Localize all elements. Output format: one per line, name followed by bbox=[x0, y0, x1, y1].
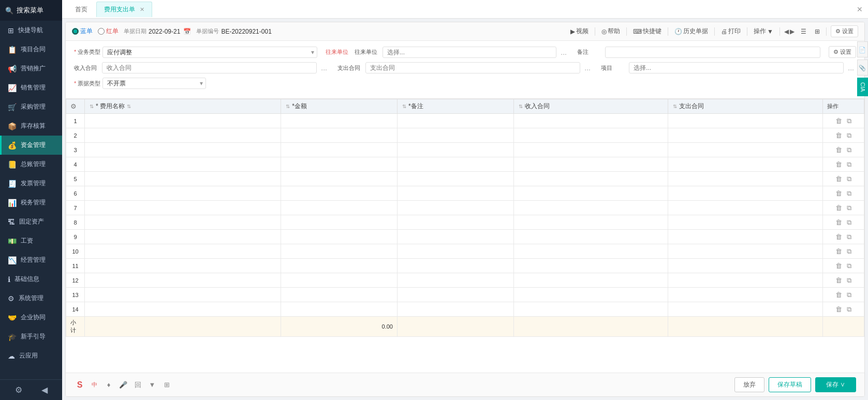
row-delete-icon[interactable]: 🗑 bbox=[835, 146, 842, 154]
expense-contract-cell[interactable] bbox=[668, 273, 823, 288]
sidebar-item-payroll[interactable]: 💵工资 bbox=[0, 231, 62, 250]
row-copy-icon[interactable]: ⧉ bbox=[847, 204, 851, 212]
right-panel-doc-icon[interactable]: 📄 bbox=[857, 41, 868, 57]
sort-icon-income[interactable]: ⇅ bbox=[519, 103, 523, 109]
toolbar-print-btn[interactable]: 🖨 打印 bbox=[719, 26, 743, 37]
expense-contract-cell[interactable] bbox=[668, 114, 823, 128]
expense-contract-cell[interactable] bbox=[668, 172, 823, 186]
note-cell[interactable] bbox=[397, 215, 513, 230]
amount-cell[interactable] bbox=[281, 302, 398, 317]
income-contract-cell[interactable] bbox=[513, 302, 668, 317]
sidebar-item-invoice-mgmt[interactable]: 🧾发票管理 bbox=[0, 174, 62, 193]
party-input[interactable] bbox=[382, 47, 556, 58]
row-copy-icon[interactable]: ⧉ bbox=[847, 189, 851, 197]
discard-button[interactable]: 放弃 bbox=[734, 377, 764, 392]
footer-doc-icon[interactable]: 回 bbox=[132, 379, 143, 391]
row-delete-icon[interactable]: 🗑 bbox=[835, 291, 842, 299]
tab-home[interactable]: 首页 bbox=[67, 2, 95, 17]
amount-cell[interactable] bbox=[281, 157, 398, 172]
note-cell[interactable] bbox=[397, 172, 513, 186]
expense-contract-cell[interactable] bbox=[668, 157, 823, 172]
amount-cell[interactable] bbox=[281, 244, 398, 259]
expense-contract-cell[interactable] bbox=[668, 143, 823, 157]
sidebar-item-basic-info[interactable]: ℹ基础信息 bbox=[0, 270, 62, 289]
save-button[interactable]: 保存 ∨ bbox=[815, 377, 856, 392]
income-contract-cell[interactable] bbox=[513, 172, 668, 186]
sidebar-search[interactable]: 🔍 搜索菜单 bbox=[0, 0, 62, 21]
sort-icon2-expense-name[interactable]: ⇅ bbox=[127, 103, 131, 109]
row-copy-icon[interactable]: ⧉ bbox=[847, 291, 851, 299]
expense-contract-cell[interactable] bbox=[668, 186, 823, 201]
expense-name-cell[interactable] bbox=[85, 143, 281, 157]
amount-cell[interactable] bbox=[281, 201, 398, 215]
note-cell[interactable] bbox=[397, 114, 513, 128]
expense-name-cell[interactable] bbox=[85, 114, 281, 128]
sidebar-item-sys-mgmt[interactable]: ⚙系统管理 bbox=[0, 289, 62, 308]
row-delete-icon[interactable]: 🗑 bbox=[835, 233, 842, 241]
row-delete-icon[interactable]: 🗑 bbox=[835, 160, 842, 168]
income-contract-cell[interactable] bbox=[513, 259, 668, 273]
expense-name-cell[interactable] bbox=[85, 244, 281, 259]
save-draft-button[interactable]: 保存草稿 bbox=[769, 377, 811, 392]
sidebar-item-ledger-mgmt[interactable]: 📒总账管理 bbox=[0, 155, 62, 174]
note-cell[interactable] bbox=[397, 288, 513, 302]
footer-mic-icon[interactable]: 🎤 bbox=[117, 379, 129, 391]
amount-cell[interactable] bbox=[281, 186, 398, 201]
list-view-btn[interactable]: ☰ bbox=[799, 27, 808, 36]
expense-name-cell[interactable] bbox=[85, 157, 281, 172]
sidebar-item-new-guide[interactable]: 🎓新手引导 bbox=[0, 327, 62, 346]
calendar-icon[interactable]: 📅 bbox=[183, 28, 191, 35]
sidebar-item-purchase-mgmt[interactable]: 🛒采购管理 bbox=[0, 97, 62, 116]
sidebar-item-fund-mgmt[interactable]: 💰资金管理 bbox=[0, 136, 62, 155]
amount-cell[interactable] bbox=[281, 172, 398, 186]
amount-cell[interactable] bbox=[281, 288, 398, 302]
expense-name-cell[interactable] bbox=[85, 128, 281, 143]
expense-name-cell[interactable] bbox=[85, 302, 281, 317]
toolbar-operations-btn[interactable]: 操作 ▼ bbox=[752, 26, 775, 37]
form-settings-button[interactable]: ⚙ 设置 bbox=[829, 46, 856, 58]
row-copy-icon[interactable]: ⧉ bbox=[847, 276, 851, 284]
party-more-icon[interactable]: ... bbox=[558, 48, 569, 56]
expense-contract-cell[interactable] bbox=[668, 288, 823, 302]
income-contract-cell[interactable] bbox=[513, 244, 668, 259]
row-copy-icon[interactable]: ⧉ bbox=[847, 131, 851, 139]
sidebar-item-quick-nav[interactable]: ⊞快捷导航 bbox=[0, 21, 62, 40]
grid-view-btn[interactable]: ⊞ bbox=[813, 27, 822, 36]
close-window-icon[interactable]: ✕ bbox=[857, 5, 863, 13]
income-contract-cell[interactable] bbox=[513, 128, 668, 143]
row-delete-icon[interactable]: 🗑 bbox=[835, 204, 842, 212]
expense-name-cell[interactable] bbox=[85, 215, 281, 230]
note-cell[interactable] bbox=[397, 201, 513, 215]
row-delete-icon[interactable]: 🗑 bbox=[835, 262, 842, 270]
row-copy-icon[interactable]: ⧉ bbox=[847, 247, 851, 255]
radio-red[interactable]: 红单 bbox=[98, 27, 119, 36]
right-panel-clip-icon[interactable]: 📎 bbox=[857, 60, 868, 76]
amount-cell[interactable] bbox=[281, 128, 398, 143]
row-delete-icon[interactable]: 🗑 bbox=[835, 276, 842, 284]
project-more-icon[interactable]: ... bbox=[846, 64, 856, 72]
sidebar-item-project-contract[interactable]: 📋项目合同 bbox=[0, 40, 62, 59]
amount-cell[interactable] bbox=[281, 230, 398, 244]
note-cell[interactable] bbox=[397, 186, 513, 201]
sidebar-item-sales-mgmt[interactable]: 📈销售管理 bbox=[0, 78, 62, 97]
amount-cell[interactable] bbox=[281, 143, 398, 157]
row-delete-icon[interactable]: 🗑 bbox=[835, 189, 842, 197]
footer-grid-icon[interactable]: ⊞ bbox=[161, 379, 172, 391]
row-delete-icon[interactable]: 🗑 bbox=[835, 117, 842, 125]
expense-name-cell[interactable] bbox=[85, 201, 281, 215]
income-contract-cell[interactable] bbox=[513, 114, 668, 128]
expense-name-cell[interactable] bbox=[85, 288, 281, 302]
row-copy-icon[interactable]: ⧉ bbox=[847, 160, 851, 168]
row-delete-icon[interactable]: 🗑 bbox=[835, 175, 842, 183]
next-page-icon[interactable]: ▶ bbox=[790, 28, 795, 35]
expense-contract-cell[interactable] bbox=[668, 128, 823, 143]
tab-close-icon[interactable]: ✕ bbox=[140, 6, 144, 12]
sidebar-item-ops-mgmt[interactable]: 📉经营管理 bbox=[0, 250, 62, 270]
note-cell[interactable] bbox=[397, 128, 513, 143]
sort-icon-amount[interactable]: ⇅ bbox=[286, 103, 290, 109]
settings-icon[interactable]: ⚙ bbox=[15, 385, 22, 395]
expense-contract-cell[interactable] bbox=[668, 259, 823, 273]
project-input[interactable] bbox=[629, 62, 844, 73]
expense-name-cell[interactable] bbox=[85, 230, 281, 244]
row-delete-icon[interactable]: 🗑 bbox=[835, 131, 842, 139]
